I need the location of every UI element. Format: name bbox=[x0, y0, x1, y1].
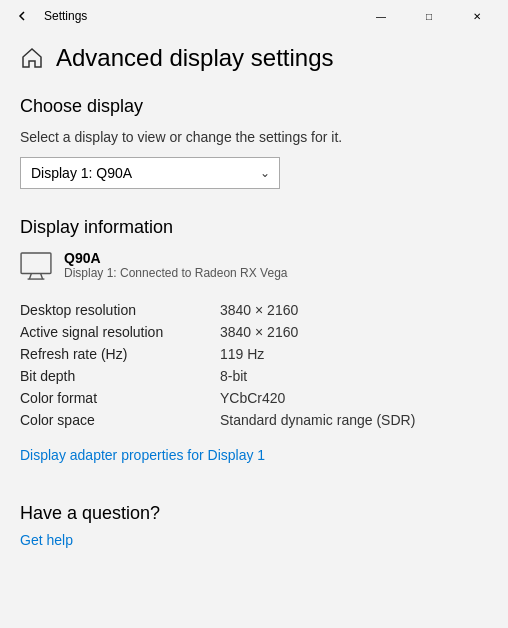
home-icon bbox=[20, 46, 44, 70]
page-title: Advanced display settings bbox=[56, 44, 334, 72]
info-label: Bit depth bbox=[20, 365, 220, 387]
info-label: Desktop resolution bbox=[20, 299, 220, 321]
info-label: Color space bbox=[20, 409, 220, 431]
info-value: YCbCr420 bbox=[220, 387, 488, 409]
get-help-link[interactable]: Get help bbox=[20, 532, 73, 548]
page-header: Advanced display settings bbox=[20, 32, 488, 72]
main-content: Advanced display settings Choose display… bbox=[0, 32, 508, 628]
monitor-subtitle: Display 1: Connected to Radeon RX Vega bbox=[64, 266, 287, 280]
monitor-details: Q90A Display 1: Connected to Radeon RX V… bbox=[64, 250, 287, 280]
maximize-button[interactable]: □ bbox=[406, 0, 452, 32]
monitor-row: Q90A Display 1: Connected to Radeon RX V… bbox=[20, 250, 488, 283]
info-label: Color format bbox=[20, 387, 220, 409]
info-value: 3840 × 2160 bbox=[220, 321, 488, 343]
svg-line-1 bbox=[29, 273, 31, 279]
info-label: Active signal resolution bbox=[20, 321, 220, 343]
choose-display-section: Choose display Select a display to view … bbox=[20, 96, 488, 217]
table-row: Active signal resolution3840 × 2160 bbox=[20, 321, 488, 343]
monitor-name: Q90A bbox=[64, 250, 287, 266]
table-row: Desktop resolution3840 × 2160 bbox=[20, 299, 488, 321]
display-select-wrapper: Display 1: Q90A ⌄ bbox=[20, 157, 280, 189]
question-section: Have a question? Get help bbox=[20, 503, 488, 548]
display-info-section: Display information Q90A Display 1: Conn… bbox=[20, 217, 488, 487]
display-info-table: Desktop resolution3840 × 2160Active sign… bbox=[20, 299, 488, 431]
titlebar-title: Settings bbox=[44, 9, 87, 23]
choose-display-title: Choose display bbox=[20, 96, 488, 117]
question-title: Have a question? bbox=[20, 503, 488, 524]
info-value: 119 Hz bbox=[220, 343, 488, 365]
choose-display-desc: Select a display to view or change the s… bbox=[20, 129, 488, 145]
monitor-icon bbox=[20, 252, 52, 283]
title-bar-controls: — □ ✕ bbox=[358, 0, 500, 32]
info-value: 3840 × 2160 bbox=[220, 299, 488, 321]
adapter-properties-link[interactable]: Display adapter properties for Display 1 bbox=[20, 447, 265, 463]
info-value: Standard dynamic range (SDR) bbox=[220, 409, 488, 431]
display-select[interactable]: Display 1: Q90A bbox=[20, 157, 280, 189]
close-button[interactable]: ✕ bbox=[454, 0, 500, 32]
table-row: Bit depth8-bit bbox=[20, 365, 488, 387]
display-info-title: Display information bbox=[20, 217, 488, 238]
svg-rect-0 bbox=[21, 253, 51, 274]
svg-line-2 bbox=[41, 273, 43, 279]
table-row: Color spaceStandard dynamic range (SDR) bbox=[20, 409, 488, 431]
info-label: Refresh rate (Hz) bbox=[20, 343, 220, 365]
title-bar-left: Settings bbox=[8, 2, 87, 30]
title-bar: Settings — □ ✕ bbox=[0, 0, 508, 32]
back-button[interactable] bbox=[8, 2, 36, 30]
table-row: Color formatYCbCr420 bbox=[20, 387, 488, 409]
info-value: 8-bit bbox=[220, 365, 488, 387]
minimize-button[interactable]: — bbox=[358, 0, 404, 32]
table-row: Refresh rate (Hz)119 Hz bbox=[20, 343, 488, 365]
